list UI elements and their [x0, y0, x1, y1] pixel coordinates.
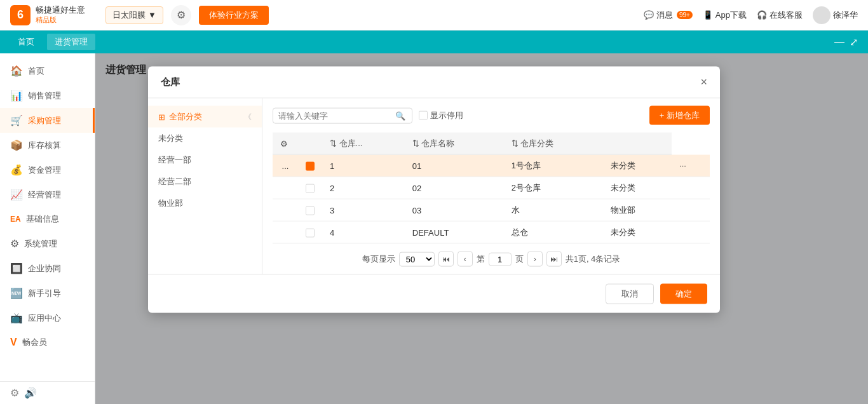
- row-seq: 3: [322, 199, 405, 221]
- page-first-button[interactable]: ⏮: [438, 252, 454, 267]
- online-service-button[interactable]: 🎧 在线客服: [757, 10, 803, 21]
- table-row[interactable]: 4 DEFAULT 总仓 未分类: [273, 221, 710, 243]
- collapse-icon[interactable]: 《: [244, 111, 252, 122]
- row-gear: [273, 199, 298, 221]
- search-box: 🔍: [273, 107, 412, 123]
- th-check: [298, 133, 322, 155]
- operations-icon: 📈: [10, 189, 23, 201]
- row-name: 1号仓库: [504, 154, 603, 177]
- sidebar-item-system[interactable]: ⚙ 系统管理: [0, 231, 95, 256]
- row-gear: [273, 177, 298, 199]
- main-content: 进货管理 仓库 × ⊞ 全部分类 《 未分类: [95, 53, 868, 404]
- sidebar: 🏠 首页 📊 销售管理 🛒 采购管理 📦 库存核算 💰 资金管理 📈 经营管理 …: [0, 53, 95, 404]
- header-center: 日太阳膜 ▼ ⚙ 体验行业方案: [105, 5, 644, 25]
- logo-area: 6 畅捷通好生意 精品版: [10, 5, 105, 25]
- page-size-select[interactable]: 50 100 200: [399, 252, 435, 266]
- row-check[interactable]: [298, 221, 322, 243]
- sidebar-item-inventory[interactable]: 📦 库存核算: [0, 133, 95, 158]
- table-row[interactable]: ... 1 01 1号仓库 未分类 ···: [273, 154, 710, 177]
- row-category: 未分类: [603, 154, 672, 177]
- sidebar-item-basic-info[interactable]: EA 基础信息: [0, 207, 95, 231]
- sidebar-bottom: ⚙ 🔊: [0, 381, 95, 404]
- system-icon: ⚙: [10, 238, 19, 250]
- table-header-row: ⚙ ⇅ 仓库... ⇅ 仓库名称 ⇅ 仓库分类: [273, 133, 710, 155]
- th-category: ⇅ 仓库分类: [504, 133, 603, 155]
- row-checkbox[interactable]: [306, 228, 315, 237]
- page-last-button[interactable]: ⏭: [546, 252, 562, 267]
- sidebar-item-operations[interactable]: 📈 经营管理: [0, 182, 95, 207]
- tab-purchase[interactable]: 进货管理: [47, 34, 95, 50]
- cat-item-dept1[interactable]: 经营一部: [148, 149, 262, 171]
- guide-icon: 🆕: [10, 287, 23, 299]
- cancel-button[interactable]: 取消: [606, 284, 654, 304]
- sidebar-item-apps[interactable]: 📺 应用中心: [0, 306, 95, 330]
- home-icon: 🏠: [10, 65, 23, 77]
- top-header: 6 畅捷通好生意 精品版 日太阳膜 ▼ ⚙ 体验行业方案 💬 消息 99+ 📱 …: [0, 0, 868, 30]
- cat-item-property[interactable]: 物业部: [148, 192, 262, 214]
- cat-item-all[interactable]: ⊞ 全部分类 《: [148, 106, 262, 128]
- logo-icon: 6: [10, 5, 31, 25]
- row-name: 2号仓库: [504, 177, 603, 199]
- page-number-input[interactable]: [489, 252, 512, 266]
- sidebar-settings-icon[interactable]: ⚙: [10, 387, 19, 399]
- row-code: 02: [405, 177, 504, 199]
- search-icon[interactable]: 🔍: [395, 111, 405, 120]
- modal-close-button[interactable]: ×: [700, 76, 707, 89]
- page-prev-button[interactable]: ‹: [458, 252, 473, 267]
- sub-header-minus[interactable]: —: [834, 36, 844, 48]
- store-select[interactable]: 日太阳膜 ▼: [105, 6, 163, 24]
- th-name: ⇅ 仓库名称: [405, 133, 504, 155]
- show-disabled-label[interactable]: 显示停用: [419, 110, 463, 121]
- row-check[interactable]: [298, 154, 322, 177]
- row-checkbox[interactable]: [306, 161, 315, 170]
- row-actions: [672, 177, 710, 199]
- cat-item-dept2[interactable]: 经营二部: [148, 171, 262, 192]
- row-category: 物业部: [603, 199, 672, 221]
- row-gear: ...: [273, 154, 298, 177]
- user-profile[interactable]: 徐泽华: [813, 6, 858, 24]
- sales-icon: 📊: [10, 90, 23, 102]
- sidebar-item-sales[interactable]: 📊 销售管理: [0, 83, 95, 108]
- sub-header-expand[interactable]: ⤢: [850, 36, 858, 48]
- th-actions: [603, 133, 672, 155]
- cat-item-unclassified[interactable]: 未分类: [148, 128, 262, 149]
- message-button[interactable]: 💬 消息 99+: [644, 10, 693, 21]
- page-next-button[interactable]: ›: [527, 252, 543, 267]
- table-row[interactable]: 3 03 水 物业部: [273, 199, 710, 221]
- row-check[interactable]: [298, 177, 322, 199]
- row-checkbox[interactable]: [306, 184, 315, 192]
- sidebar-item-purchase[interactable]: 🛒 采购管理: [0, 108, 95, 133]
- modal-body: ⊞ 全部分类 《 未分类 经营一部 经营二部 物业部: [148, 98, 720, 274]
- row-checkbox[interactable]: [306, 206, 315, 215]
- sidebar-speaker-icon[interactable]: 🔊: [24, 387, 37, 399]
- row-code: DEFAULT: [405, 221, 504, 243]
- purchase-icon: 🛒: [10, 114, 23, 126]
- inventory-icon: 📦: [10, 139, 23, 151]
- sidebar-item-home[interactable]: 🏠 首页: [0, 58, 95, 83]
- search-input[interactable]: [278, 111, 393, 120]
- tab-home[interactable]: 首页: [10, 34, 42, 50]
- show-disabled-checkbox[interactable]: [419, 111, 428, 120]
- settings-button[interactable]: ⚙: [171, 5, 191, 25]
- sidebar-item-guide[interactable]: 🆕 新手引导: [0, 281, 95, 306]
- row-actions: [672, 221, 710, 243]
- sidebar-item-vip[interactable]: V 畅会员: [0, 330, 95, 354]
- row-code: 03: [405, 199, 504, 221]
- sidebar-item-enterprise[interactable]: 🔲 企业协同: [0, 256, 95, 281]
- warehouse-table: ⚙ ⇅ 仓库... ⇅ 仓库名称 ⇅ 仓库分类: [273, 133, 710, 244]
- modal-header: 仓库 ×: [148, 67, 720, 98]
- table-toolbar: 🔍 显示停用 + 新增仓库: [273, 106, 710, 125]
- row-check[interactable]: [298, 199, 322, 221]
- app-download-button[interactable]: 📱 App下载: [703, 10, 747, 21]
- trial-button[interactable]: 体验行业方案: [199, 6, 269, 25]
- finance-icon: 💰: [10, 164, 23, 176]
- table-area: 🔍 显示停用 + 新增仓库 ⚙: [262, 98, 720, 274]
- pagination: 每页显示 50 100 200 ⏮ ‹ 第 页 › ⏭ 共1页, 4条: [273, 252, 710, 267]
- row-actions: [672, 199, 710, 221]
- sidebar-item-finance[interactable]: 💰 资金管理: [0, 158, 95, 182]
- confirm-button[interactable]: 确定: [660, 284, 707, 304]
- add-warehouse-button[interactable]: + 新增仓库: [649, 106, 710, 125]
- table-row[interactable]: 2 02 2号仓库 未分类: [273, 177, 710, 199]
- main-layout: 🏠 首页 📊 销售管理 🛒 采购管理 📦 库存核算 💰 资金管理 📈 经营管理 …: [0, 53, 868, 404]
- row-name: 总仓: [504, 221, 603, 243]
